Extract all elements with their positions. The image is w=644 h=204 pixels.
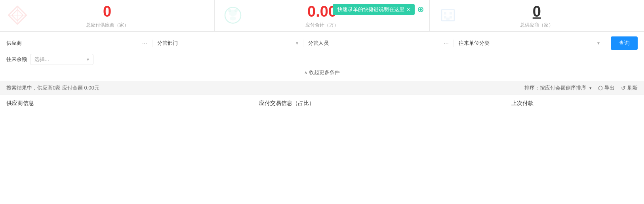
query-button[interactable]: 查询 (611, 36, 638, 50)
svg-rect-11 (450, 12, 452, 14)
supplier-label: 供应商 (6, 40, 22, 47)
export-icon: ⬡ (598, 85, 603, 91)
filter-row-1: 供应商 ··· 分管部门 ▾ 分管人员 ··· 往来单位分类 ▾ (6, 36, 638, 50)
result-info: 搜索结果中，供应商0家 应付金额 0.00元 (6, 84, 524, 92)
svg-rect-12 (444, 16, 446, 18)
chevron-down-icon-2: ▾ (597, 40, 600, 46)
result-bar: 搜索结果中，供应商0家 应付金额 0.00元 排序：按应付会额倒序排序 ▾ ⬡ … (0, 81, 644, 95)
close-icon[interactable]: × (407, 6, 410, 13)
filter-person: 分管人员 ··· (303, 40, 454, 47)
filter-category: 往来单位分类 ▾ (454, 40, 604, 47)
filter-row-2: 往来余额 选择... ▾ (6, 54, 638, 65)
svg-point-8 (230, 16, 236, 20)
supplier-input[interactable] (25, 40, 139, 46)
stats-bar: 0 总应付供应商（家） 0.00 应付合计（万） 快速录单的快捷键说明在这里 × (0, 0, 644, 32)
stat-label-amount: 应付合计（万） (305, 22, 339, 29)
balance-label: 往来余额 (6, 56, 27, 63)
svg-rect-13 (450, 16, 452, 18)
balance-select[interactable]: 选择... ▾ (30, 54, 93, 65)
collapse-up-icon: ∧ (304, 70, 307, 75)
table-header: 供应商信息 应付交易信息（占比） 上次付款 (0, 95, 644, 112)
sort-chevron-icon: ▾ (589, 86, 592, 91)
sort-label: 排序：按应付会额倒序排序 (524, 84, 586, 92)
sort-dropdown[interactable]: 排序：按应付会额倒序排序 ▾ (524, 84, 592, 92)
category-dropdown[interactable]: ▾ (493, 40, 600, 46)
svg-rect-10 (444, 12, 446, 14)
stat-label-all: 总供应商（家） (520, 22, 553, 29)
stat-number-suppliers: 0 (103, 3, 111, 20)
balance-placeholder: 选择... (34, 56, 84, 63)
stat-total-suppliers: 0 总应付供应商（家） (0, 0, 215, 31)
filter-supplier: 供应商 ··· (6, 40, 152, 47)
stat-label-suppliers: 总应付供应商（家） (86, 22, 129, 29)
department-label: 分管部门 (157, 40, 178, 47)
collapse-button[interactable]: ∧ 收起更多条件 (304, 69, 340, 76)
refresh-label: 刷新 (627, 84, 638, 92)
tooltip-text: 快速录单的快捷键说明在这里 (337, 6, 404, 13)
filter-bar: 供应商 ··· 分管部门 ▾ 分管人员 ··· 往来单位分类 ▾ (0, 32, 644, 81)
diamond-icon (8, 6, 27, 26)
person-input[interactable] (332, 40, 440, 46)
chevron-down-icon-3: ▾ (87, 57, 89, 62)
chevron-down-icon: ▾ (296, 40, 298, 46)
filter-department: 分管部门 ▾ (152, 40, 303, 47)
query-section: 查询 (604, 36, 638, 50)
svg-point-7 (234, 9, 238, 12)
building-icon (438, 5, 458, 27)
refresh-icon: ↺ (621, 85, 626, 91)
export-button[interactable]: ⬡ 导出 (598, 84, 615, 92)
tooltip-bubble: 快速录单的快捷键说明在这里 × (333, 4, 415, 15)
svg-point-6 (228, 9, 231, 12)
svg-rect-14 (446, 17, 450, 21)
col-last-payment: 上次付款 (511, 100, 638, 107)
stat-number-amount: 0.00 (307, 3, 337, 20)
person-dots-icon[interactable]: ··· (444, 40, 449, 47)
stat-number-all: 0 (533, 3, 541, 20)
person-label: 分管人员 (308, 40, 329, 47)
stat-total-amount: 0.00 应付合计（万） 快速录单的快捷键说明在这里 × (215, 0, 429, 31)
department-dropdown[interactable]: ▾ (181, 40, 298, 46)
pig-icon (223, 5, 243, 27)
collapse-label: 收起更多条件 (309, 69, 340, 76)
tooltip-dot (419, 8, 423, 11)
col-transaction-info: 应付交易信息（占比） (259, 100, 512, 107)
collapse-row: ∧ 收起更多条件 (6, 69, 638, 76)
refresh-button[interactable]: ↺ 刷新 (621, 84, 638, 92)
supplier-dots-icon[interactable]: ··· (142, 40, 147, 47)
category-label: 往来单位分类 (459, 40, 490, 47)
export-label: 导出 (604, 84, 615, 92)
table-body (0, 112, 644, 204)
result-actions: 排序：按应付会额倒序排序 ▾ ⬡ 导出 ↺ 刷新 (524, 84, 638, 92)
stat-all-suppliers: 0 总供应商（家） (430, 0, 644, 31)
col-supplier-info: 供应商信息 (6, 100, 259, 107)
